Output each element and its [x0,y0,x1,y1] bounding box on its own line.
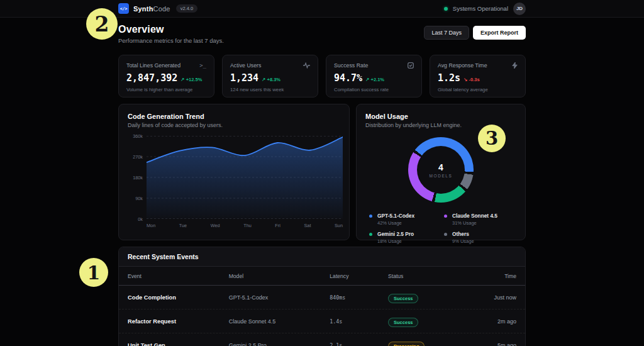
chart-title: Code Generation Trend [128,113,340,120]
col-model: Model [229,273,330,279]
metric-trend: ↗ +2.1% [365,77,384,82]
table-row: Code Completion GPT-5.1-Codex 840ms Succ… [119,286,525,310]
metric-subtitle: Compilation success rate [334,87,414,92]
metric-value: 1,234 [230,72,258,84]
legend-usage: 31% Usage [452,220,513,226]
legend-item: Gemini 2.5 Pro 18% Usage [369,231,438,244]
x-axis-labels: MonTueWedThuFriSatSun [147,223,343,228]
latency-cell: 2.1s [330,342,388,346]
legend-item: Claude Sonnet 4.5 31% Usage [444,213,513,226]
terminal-icon: >_ [199,62,206,69]
metric-trend: ↘ -0.3s [464,77,479,82]
system-status-dot [444,7,448,11]
event-cell: Code Completion [128,294,229,301]
events-table-header: Event Model Latency Status Time [119,267,525,286]
metric-value: 1.2s [438,72,460,84]
legend-name: Others [452,231,513,237]
col-status: Status [388,273,466,279]
system-status-text: Systems Operational [453,5,508,12]
status-badge: Success [388,318,418,327]
brand-name: SynthCode [133,5,170,13]
metric-subtitle: Global latency average [438,87,518,92]
event-cell: Refactor Request [128,318,229,325]
status-badge: Processing [388,342,425,346]
legend-dot [444,233,447,236]
legend-usage: 18% Usage [377,238,438,244]
col-time: Time [466,273,516,279]
annotation-circle-1: 1 [79,258,108,287]
code-generation-trend-card: Code Generation Trend Daily lines of cod… [118,104,350,240]
metric-card-total-lines: Total Lines Generated >_ 2,847,392 ↗ +12… [118,55,214,98]
charts-row: Code Generation Trend Daily lines of cod… [118,104,526,240]
recent-events-card: Recent System Events Event Model Latency… [118,247,526,346]
page-title: Overview [118,24,224,35]
legend-item: GPT-5.1-Codex 42% Usage [369,213,438,226]
legend-name: Gemini 2.5 Pro [377,231,438,237]
time-cell: Just now [466,294,516,301]
legend-item: Others 9% Usage [444,231,513,244]
donut-legend: GPT-5.1-Codex 42% Usage Claude Sonnet 4.… [365,213,516,244]
user-avatar[interactable]: JD [513,3,526,15]
chart-subtitle: Daily lines of code accepted by users. [128,122,340,128]
brand-primary: Synth [133,5,153,13]
time-cell: 2m ago [466,318,516,325]
export-report-button[interactable]: Export Report [473,26,526,40]
table-row: Unit Test Gen Gemini 2.5 Pro 2.1s Proces… [119,333,525,346]
version-badge: v2.4.0 [176,4,197,13]
metric-card-response-time: Avg Response Time 1.2s ↘ -0.3s Global la… [430,55,526,98]
legend-dot [444,215,447,218]
legend-name: GPT-5.1-Codex [377,213,438,219]
metric-label: Success Rate [334,62,368,69]
annotation-circle-2: 2 [86,8,118,40]
legend-usage: 9% Usage [452,238,513,244]
annotation-circle-3: 3 [478,125,506,152]
status-badge: Success [388,294,418,303]
metric-subtitle: 124 new users this week [230,87,310,92]
col-event: Event [128,273,229,279]
metric-label: Total Lines Generated [126,62,180,69]
model-cell: Gemini 2.5 Pro [229,342,330,346]
metric-card-success-rate: Success Rate 94.7% ↗ +2.1% Compilation s… [326,55,422,98]
metric-cards-row: Total Lines Generated >_ 2,847,392 ↗ +12… [118,55,526,98]
latency-cell: 840ms [330,294,388,301]
metric-label: Active Users [230,62,261,69]
app-logo-icon: </> [118,3,129,14]
donut-center: 4 MODELS [417,146,465,194]
legend-dot [369,233,372,236]
page-subtitle: Performance metrics for the last 7 days. [118,37,224,44]
model-usage-card: Model Usage Distribution by underlying L… [356,104,526,240]
events-title: Recent System Events [119,247,525,267]
page-header: Overview Performance metrics for the las… [118,24,526,44]
check-badge-icon [408,62,414,69]
legend-dot [369,215,372,218]
metric-label: Avg Response Time [438,62,487,69]
brand-secondary: Code [153,5,170,13]
model-cell: GPT-5.1-Codex [229,294,330,301]
chart-title: Model Usage [365,113,516,120]
time-cell: 5m ago [466,342,516,346]
metric-card-active-users: Active Users 1,234 ↗ +8.3% 124 new users… [222,55,318,98]
model-cell: Claude Sonnet 4.5 [229,318,330,325]
donut-center-value: 4 [438,162,443,172]
metric-value: 2,847,392 [126,72,177,84]
metric-trend: ↗ +8.3% [262,77,280,82]
metric-value: 94.7% [334,72,362,84]
y-axis-ticks: 360k270k180k90k0k [128,136,147,219]
metric-subtitle: Volume is higher than average [126,87,206,92]
event-cell: Unit Test Gen [128,342,229,346]
latency-cell: 1.4s [330,318,388,325]
area-chart [147,136,343,219]
legend-usage: 42% Usage [377,220,438,226]
donut-center-label: MODELS [429,174,452,178]
activity-icon [303,62,310,69]
donut-chart: 4 MODELS [408,137,474,203]
zap-icon [512,62,518,69]
metric-trend: ↗ +12.5% [180,77,202,82]
col-latency: Latency [330,273,388,279]
table-row: Refactor Request Claude Sonnet 4.5 1.4s … [119,310,525,333]
legend-name: Claude Sonnet 4.5 [452,213,513,219]
date-range-button[interactable]: Last 7 Days [424,26,469,40]
